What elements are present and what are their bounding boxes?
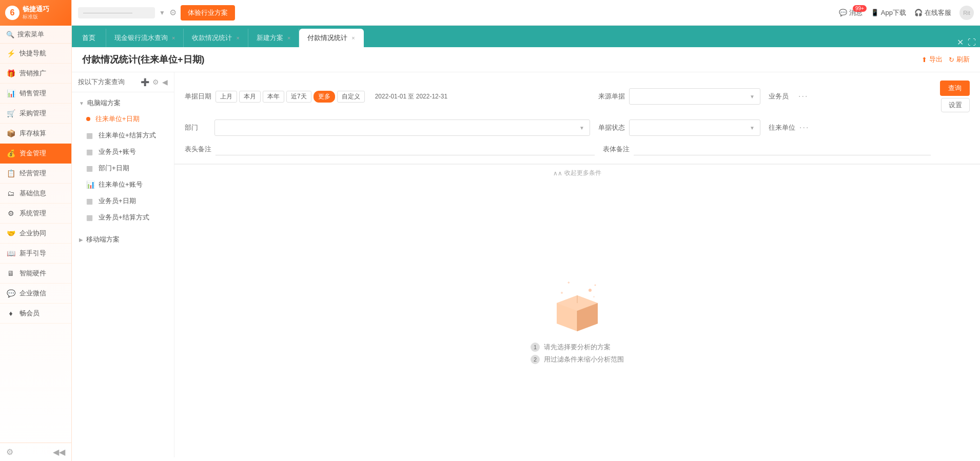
mobile-group-arrow-icon: ▶: [79, 237, 83, 243]
collapse-bar[interactable]: ∧∧ 收起更多条件: [174, 164, 980, 182]
left-panel-header: 按以下方案查询 ➕ ⚙ ◀: [72, 72, 174, 92]
scheme-unit-account[interactable]: 📊 往来单位+账号: [72, 176, 174, 193]
empty-illustration: ✦ ✦: [546, 275, 608, 336]
add-scheme-icon[interactable]: ➕: [141, 78, 149, 86]
filter-actions: 查询 设置: [939, 81, 970, 112]
settings-gear-icon[interactable]: ⚙: [6, 447, 13, 457]
step-1-num: 1: [531, 343, 540, 352]
scheme-unit-date[interactable]: 往来单位+日期: [72, 111, 174, 127]
unit-label: 往来单位: [769, 123, 795, 132]
inventory-icon: 📦: [6, 129, 15, 138]
address-bar[interactable]: ————————: [78, 7, 155, 18]
right-panel: 单据日期 上月 本月 本年 近7天 更多 自定义 2022-01-01 至 20…: [174, 72, 980, 457]
sidebar-item-guide[interactable]: 📖 新手引导: [0, 244, 71, 264]
collapse-sidebar-icon[interactable]: ◀◀: [53, 447, 65, 457]
sidebar-item-basic[interactable]: 🗂 基础信息: [0, 184, 71, 204]
chevron-down-icon[interactable]: ▼: [159, 9, 165, 16]
header-note-input[interactable]: [215, 143, 595, 155]
tab-home[interactable]: 首页: [72, 29, 106, 47]
scheme-dept-date[interactable]: ▦ 部门+日期: [72, 160, 174, 176]
sidebar-item-system[interactable]: ⚙ 系统管理: [0, 204, 71, 224]
sidebar-item-wechat[interactable]: 💬 企业微信: [0, 284, 71, 304]
tab-home-label: 首页: [82, 33, 95, 43]
more-date-btn[interactable]: 更多: [313, 91, 335, 103]
sidebar-item-purchase[interactable]: 🛒 采购管理: [0, 104, 71, 124]
tab-new-plan-close[interactable]: ×: [287, 35, 290, 41]
scheme-settings-icon[interactable]: ⚙: [152, 78, 159, 86]
topbar-gear-icon[interactable]: ⚙: [169, 8, 177, 17]
tab-payment-stat-label: 付款情况统计: [307, 33, 347, 43]
this-month-btn[interactable]: 本月: [239, 91, 261, 103]
page-header: 付款情况统计(往来单位+日期) ⬆ 导出 ↻ 刷新: [72, 47, 980, 72]
body-note-label: 表体备注: [603, 145, 630, 154]
filter-body-note: 表体备注: [603, 143, 931, 155]
search-label: 搜索菜单: [17, 30, 44, 39]
dept-select[interactable]: ▼: [214, 119, 590, 136]
tabbar: 首页 现金银行流水查询 × 收款情况统计 × 新建方案 × 付款情况统计 × ✕…: [72, 26, 980, 47]
trial-button[interactable]: 体验行业方案: [181, 5, 235, 21]
scheme-staff-settle[interactable]: ▦ 业务员+结算方式: [72, 209, 174, 226]
close-all-tabs-icon[interactable]: ✕: [957, 37, 964, 47]
scheme-grid-icon: ▦: [86, 164, 94, 172]
sidebar-item-corp[interactable]: 🤝 企业协同: [0, 224, 71, 244]
tab-new-plan[interactable]: 新建方案 ×: [248, 29, 299, 47]
search-menu[interactable]: 🔍 搜索菜单: [0, 26, 71, 44]
source-select[interactable]: ▼: [629, 88, 760, 105]
staff-more-icon[interactable]: ···: [798, 92, 808, 101]
marketing-icon: 🎁: [6, 69, 15, 78]
tab-payment-stat[interactable]: 付款情况统计 ×: [299, 29, 363, 47]
sidebar-item-inventory[interactable]: 📦 库存核算: [0, 124, 71, 144]
sidebar-item-hardware[interactable]: 🖥 智能硬件: [0, 264, 71, 284]
sidebar-item-quick-nav[interactable]: ⚡ 快捷导航: [0, 44, 71, 64]
search-icon: 🔍: [6, 31, 14, 38]
export-button[interactable]: ⬆ 导出: [922, 55, 943, 64]
bill-status-arrow-icon: ▼: [750, 125, 755, 131]
settings-button[interactable]: 设置: [941, 98, 970, 112]
refresh-button[interactable]: ↻ 刷新: [949, 55, 970, 64]
tab-receipt-stat[interactable]: 收款情况统计 ×: [184, 29, 248, 47]
bill-status-select[interactable]: ▼: [629, 119, 760, 136]
last-month-btn[interactable]: 上月: [215, 91, 237, 103]
app-download-label: App下载: [881, 8, 906, 17]
member-icon: ♦: [6, 309, 15, 318]
sidebar-item-finance[interactable]: 💰 资金管理: [0, 144, 71, 164]
last-7days-btn[interactable]: 近7天: [286, 91, 311, 103]
operation-icon: 📋: [6, 169, 15, 178]
messages-button[interactable]: 💬 消息 99+: [839, 8, 863, 17]
purchase-icon: 🛒: [6, 109, 15, 118]
app-download-button[interactable]: 📱 App下载: [871, 8, 906, 17]
nav-label: 采购管理: [19, 109, 46, 118]
nav-label: 库存核算: [19, 129, 46, 138]
sidebar-item-marketing[interactable]: 🎁 营销推广: [0, 64, 71, 84]
scheme-label: 业务员+账号: [99, 147, 136, 156]
unit-more-icon[interactable]: ···: [799, 123, 809, 132]
this-year-btn[interactable]: 本年: [263, 91, 284, 103]
svg-text:✦: ✦: [567, 280, 571, 285]
sidebar-item-member[interactable]: ♦ 畅会员: [0, 304, 71, 324]
tab-payment-stat-close[interactable]: ×: [351, 35, 355, 41]
filter-row-1: 单据日期 上月 本月 本年 近7天 更多 自定义 2022-01-01 至 20…: [185, 81, 970, 112]
tab-bank-flow[interactable]: 现金银行流水查询 ×: [106, 29, 184, 47]
maximize-icon[interactable]: ⛶: [968, 38, 976, 47]
collapse-panel-icon[interactable]: ◀: [162, 78, 168, 86]
scheme-staff-date[interactable]: ▦ 业务员+日期: [72, 193, 174, 209]
scheme-grid-icon: ▦: [86, 197, 94, 205]
address-text: ————————: [83, 9, 132, 16]
body-note-input[interactable]: [634, 143, 931, 155]
query-button[interactable]: 查询: [940, 81, 970, 96]
scheme-unit-settle[interactable]: ▦ 往来单位+结算方式: [72, 127, 174, 144]
date-buttons: 上月 本月 本年 近7天 更多 自定义: [215, 91, 365, 103]
finance-icon: 💰: [6, 149, 15, 158]
tab-receipt-stat-close[interactable]: ×: [236, 35, 239, 41]
nav-label: 经营管理: [19, 169, 46, 178]
mobile-group-header[interactable]: ▶ 移动端方案: [72, 232, 174, 247]
scheme-staff-account[interactable]: ▦ 业务员+账号: [72, 144, 174, 160]
sidebar-item-sales[interactable]: 📊 销售管理: [0, 84, 71, 104]
online-service-button[interactable]: 🎧 在线客服: [914, 8, 951, 17]
custom-date-btn[interactable]: 自定义: [337, 91, 365, 103]
desktop-group-header[interactable]: ▼ 电脑端方案: [72, 95, 174, 111]
avatar[interactable]: Rit: [959, 6, 974, 20]
tab-bank-flow-close[interactable]: ×: [172, 35, 175, 41]
sidebar-item-operation[interactable]: 📋 经营管理: [0, 164, 71, 184]
system-icon: ⚙: [6, 209, 15, 218]
